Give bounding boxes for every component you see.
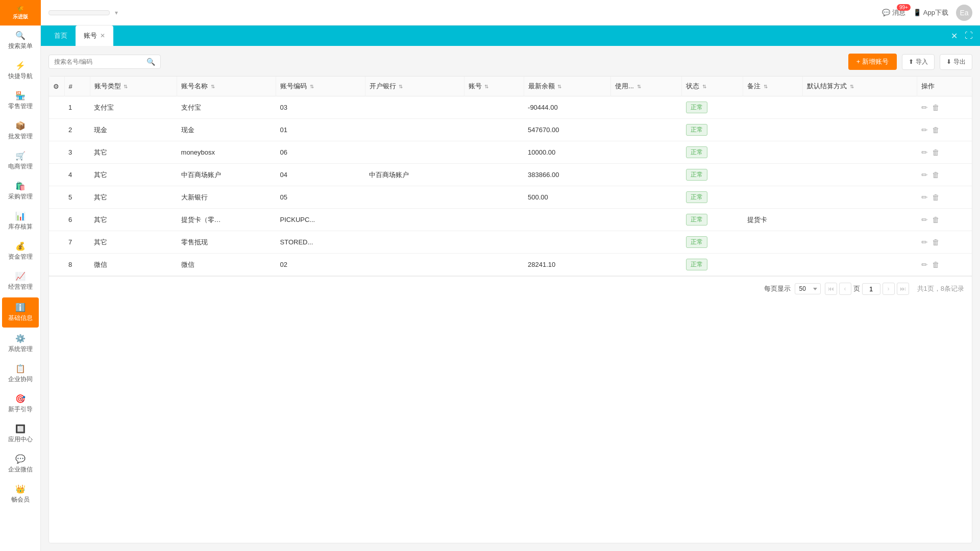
sidebar-item-corp-wechat[interactable]: 💬 企业微信 <box>0 449 41 479</box>
tab-close-icon[interactable]: ✕ <box>949 29 960 43</box>
row-action: ✏ 🗑 <box>917 119 972 141</box>
col-balance[interactable]: 最新余额 ⇅ <box>524 77 611 96</box>
edit-button[interactable]: ✏ <box>921 103 928 112</box>
sidebar-item-wholesale-mgmt[interactable]: 📦 批发管理 <box>0 116 41 146</box>
col-name[interactable]: 账号名称 ⇅ <box>177 77 276 96</box>
sidebar-item-basic-info[interactable]: ℹ️ 基础信息 <box>2 297 39 328</box>
col-type[interactable]: 账号类型 ⇅ <box>90 77 177 96</box>
corp-agreement-icon: 📋 <box>15 364 26 373</box>
row-bank <box>365 119 464 141</box>
sidebar-item-corp-agreement[interactable]: 📋 企业协同 <box>0 359 41 389</box>
search-input[interactable] <box>54 58 143 65</box>
row-bank <box>365 231 464 254</box>
row-type: 其它 <box>90 231 177 254</box>
row-status: 正常 <box>682 231 743 254</box>
page-input[interactable] <box>862 283 880 295</box>
content-area: 🔍 + 新增账号 ⬆ 导入 ⬇ 导出 <box>41 46 980 551</box>
sidebar-item-purchase-mgmt[interactable]: 🛍️ 采购管理 <box>0 176 41 206</box>
tab-home[interactable]: 首页 <box>46 26 76 46</box>
col-remark[interactable]: 备注 ⇅ <box>743 77 803 96</box>
row-account <box>464 119 524 141</box>
delete-button[interactable]: 🗑 <box>932 193 940 202</box>
row-balance: 383866.00 <box>524 164 611 186</box>
edit-button[interactable]: ✏ <box>921 170 928 180</box>
row-bank <box>365 186 464 209</box>
tab-account-close[interactable]: ✕ <box>100 32 105 39</box>
sidebar-item-app-center[interactable]: 🔲 应用中心 <box>0 419 41 449</box>
sidebar-item-operation-mgmt[interactable]: 📈 经营管理 <box>0 266 41 296</box>
app-download-button[interactable]: 📱 App下载 <box>913 8 948 17</box>
row-balance: -90444.00 <box>524 96 611 119</box>
row-default-settle <box>802 186 917 209</box>
newbie-guide-icon: 🎯 <box>15 394 26 404</box>
delete-button[interactable]: 🗑 <box>932 103 940 112</box>
col-code[interactable]: 账号编码 ⇅ <box>276 77 365 96</box>
row-action: ✏ 🗑 <box>917 231 972 254</box>
sidebar-item-ecommerce-mgmt[interactable]: 🛒 电商管理 <box>0 146 41 176</box>
basic-info-icon: ℹ️ <box>15 303 26 312</box>
capital-mgmt-icon: 💰 <box>15 241 26 251</box>
row-type: 微信 <box>90 254 177 276</box>
first-page-button[interactable]: ⏮ <box>825 283 837 295</box>
edit-button[interactable]: ✏ <box>921 260 928 269</box>
sidebar-item-inventory[interactable]: 📊 库存核算 <box>0 206 41 236</box>
edit-button[interactable]: ✏ <box>921 148 928 157</box>
col-usage[interactable]: 使用... ⇅ <box>611 77 682 96</box>
edit-button[interactable]: ✏ <box>921 193 928 202</box>
col-gear[interactable]: ⚙ <box>49 77 64 96</box>
ecommerce-mgmt-icon: 🛒 <box>15 151 26 161</box>
delete-button[interactable]: 🗑 <box>932 148 940 157</box>
topbar-search-display <box>48 10 110 15</box>
tab-account[interactable]: 账号 ✕ <box>76 26 113 46</box>
col-bank[interactable]: 开户银行 ⇅ <box>365 77 464 96</box>
avatar[interactable]: Ea <box>956 5 972 21</box>
delete-button[interactable]: 🗑 <box>932 126 940 135</box>
export-button[interactable]: ⬇ 导出 <box>940 54 972 70</box>
edit-button[interactable]: ✏ <box>921 126 928 135</box>
row-default-settle <box>802 96 917 119</box>
sidebar-item-search-menu[interactable]: 🔍 搜索菜单 <box>0 26 41 56</box>
table-row: 7 其它 零售抵现 STORED... 正常 ✏ 🗑 <box>49 231 972 254</box>
row-no: 7 <box>64 231 90 254</box>
message-button[interactable]: 💬 消息 99+ <box>882 8 905 17</box>
last-page-button[interactable]: ⏭ <box>897 283 909 295</box>
add-account-button[interactable]: + 新增账号 <box>848 54 897 70</box>
import-button[interactable]: ⬆ 导入 <box>902 54 935 70</box>
delete-button[interactable]: 🗑 <box>932 260 940 269</box>
row-default-settle <box>802 254 917 276</box>
col-default-settle[interactable]: 默认结算方式 ⇅ <box>802 77 917 96</box>
col-account[interactable]: 账号 ⇅ <box>464 77 524 96</box>
sidebar-item-newbie-guide[interactable]: 🎯 新手引导 <box>0 389 41 419</box>
sidebar-item-retail-mgmt[interactable]: 🏪 零售管理 <box>0 86 41 116</box>
col-status[interactable]: 状态 ⇅ <box>682 77 743 96</box>
table-header-row: ⚙ # 账号类型 ⇅ 账号名称 ⇅ 账号编码 ⇅ 开户银行 ⇅ 账号 ⇅ 最新余… <box>49 77 972 96</box>
row-action: ✏ 🗑 <box>917 186 972 209</box>
row-code: 04 <box>276 164 365 186</box>
sidebar-item-capital-mgmt[interactable]: 💰 资金管理 <box>0 236 41 266</box>
edit-button[interactable]: ✏ <box>921 215 928 224</box>
per-page-select[interactable]: 50 20 100 200 <box>795 283 821 294</box>
row-name: 微信 <box>177 254 276 276</box>
next-page-button[interactable]: › <box>883 283 895 295</box>
row-account <box>464 186 524 209</box>
tab-expand-icon[interactable]: ⛶ <box>963 29 975 42</box>
sidebar-item-vip-member[interactable]: 👑 畅会员 <box>0 479 41 509</box>
row-account <box>464 96 524 119</box>
delete-button[interactable]: 🗑 <box>932 170 940 180</box>
row-name: 支付宝 <box>177 96 276 119</box>
prev-page-button[interactable]: ‹ <box>839 283 851 295</box>
import-label: 导入 <box>916 58 928 66</box>
export-label: 导出 <box>953 58 966 66</box>
edit-button[interactable]: ✏ <box>921 238 928 247</box>
page-nav: ⏮ ‹ 页 › ⏭ <box>825 283 909 295</box>
row-no: 2 <box>64 119 90 141</box>
sidebar-item-quick-nav[interactable]: ⚡ 快捷导航 <box>0 56 41 86</box>
sidebar-item-system-mgmt[interactable]: ⚙️ 系统管理 <box>0 329 41 359</box>
delete-button[interactable]: 🗑 <box>932 215 940 224</box>
row-name: 零售抵现 <box>177 231 276 254</box>
vip-member-icon: 👑 <box>15 484 26 494</box>
row-type: 现金 <box>90 119 177 141</box>
topbar-dropdown-arrow[interactable]: ▾ <box>115 9 118 16</box>
delete-button[interactable]: 🗑 <box>932 238 940 247</box>
row-bank: 中百商场账户 <box>365 164 464 186</box>
